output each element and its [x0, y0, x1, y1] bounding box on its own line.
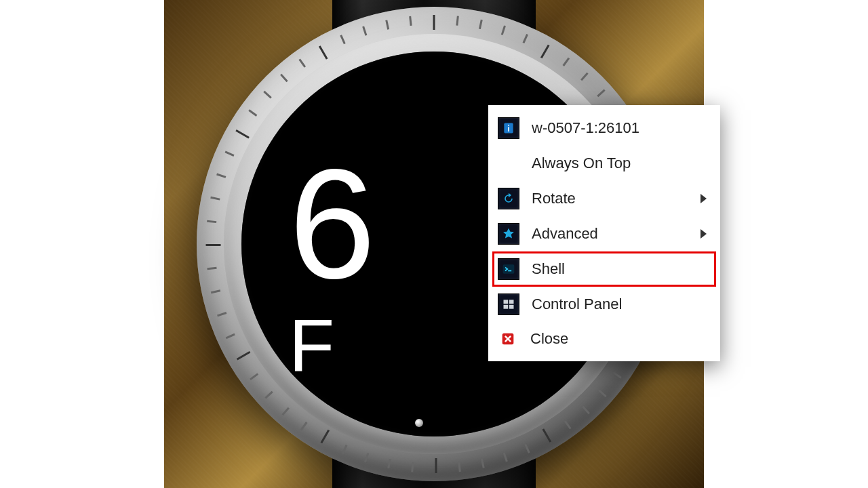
menu-item-label: w-0507-1:26101	[532, 119, 707, 137]
menu-item-title[interactable]: w-0507-1:26101	[488, 110, 720, 146]
svg-rect-6	[509, 300, 514, 304]
svg-rect-3	[503, 264, 515, 273]
star-icon	[498, 223, 519, 245]
context-menu[interactable]: w-0507-1:26101Always On TopRotateAdvance…	[488, 105, 720, 361]
info-icon	[498, 117, 519, 139]
watchface-indicator-dot	[415, 419, 423, 427]
svg-rect-4	[508, 270, 511, 272]
menu-item-label: Close	[530, 330, 707, 348]
menu-item-shell[interactable]: Shell	[488, 251, 720, 287]
svg-rect-7	[504, 305, 509, 309]
menu-item-rotate[interactable]: Rotate	[488, 181, 720, 216]
menu-item-close[interactable]: Close	[488, 322, 720, 356]
sliders-icon	[498, 293, 519, 315]
close-icon	[498, 329, 518, 349]
submenu-arrow-icon	[701, 194, 707, 203]
menu-item-control-panel[interactable]: Control Panel	[488, 287, 720, 322]
menu-item-label: Control Panel	[532, 296, 707, 313]
menu-item-label: Advanced	[532, 225, 688, 243]
watchface-hour: 6	[289, 146, 373, 302]
svg-rect-5	[504, 300, 509, 304]
svg-rect-1	[508, 125, 509, 126]
menu-item-advanced[interactable]: Advanced	[488, 216, 720, 251]
terminal-icon	[498, 258, 519, 280]
menu-item-label: Rotate	[532, 190, 688, 207]
svg-rect-8	[509, 305, 514, 309]
menu-item-label: Shell	[532, 260, 707, 278]
menu-item-always-on-top[interactable]: Always On Top	[488, 146, 720, 181]
rotate-icon	[498, 188, 519, 209]
svg-rect-2	[508, 127, 509, 131]
submenu-arrow-icon	[701, 229, 707, 239]
watchface-sub: F	[289, 302, 334, 388]
menu-item-label: Always On Top	[532, 155, 707, 172]
emulator-window: 6 F M w-0507-1:26101Always On TopRotateA…	[164, 0, 704, 488]
